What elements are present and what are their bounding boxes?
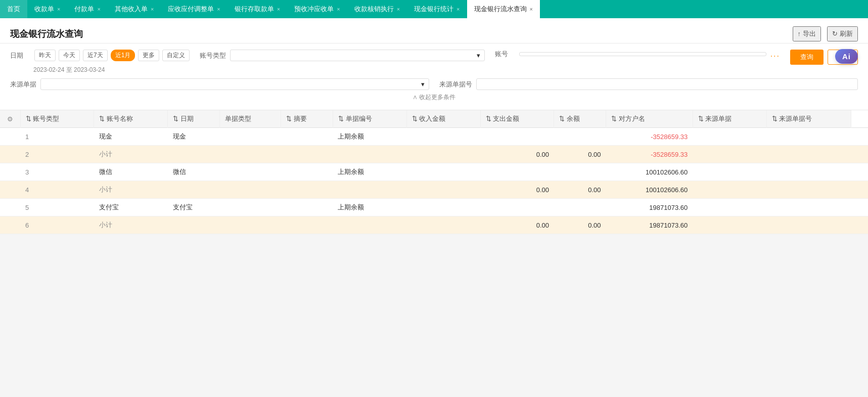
cell-expense: 0.00: [554, 146, 606, 163]
cell-summary: 上期余额: [333, 199, 406, 216]
data-table-container: ⚙ ⇅ 账号类型 ⇅ 账号名称 ⇅ 日期 单据类型 ⇅ 摘要 ⇅: [0, 110, 868, 234]
cell-num: 3: [20, 163, 94, 181]
table-row[interactable]: 4小计0.000.00100102606.60: [0, 181, 868, 199]
cell-row-gear: [0, 163, 20, 181]
nav-payment-label: 付款单: [74, 5, 94, 14]
cell-counterparty: [693, 181, 766, 199]
cell-row-gear: [0, 216, 20, 234]
date-btn-more[interactable]: 更多: [138, 50, 159, 61]
query-button[interactable]: 查询: [790, 50, 824, 65]
cell-summary: [333, 146, 406, 163]
nav-item-ar-ap-adjust[interactable]: 应收应付调整单 ×: [161, 0, 227, 18]
account-type-select[interactable]: ▾: [230, 50, 485, 61]
nav-item-cash-bank-stat[interactable]: 现金银行统计 ×: [407, 0, 467, 18]
collapse-bar[interactable]: ∧ 收起更多条件: [10, 90, 858, 104]
nav-bank-deposit-label: 银行存取款单: [235, 5, 274, 14]
nav-close-receipt[interactable]: ×: [57, 6, 60, 12]
source-doc-select[interactable]: ▾: [40, 78, 429, 90]
date-range-text: 2023-02-24 至 2023-03-24: [33, 66, 105, 73]
table-row[interactable]: 1现金现金上期余额-3528659.33: [0, 128, 868, 146]
nav-ar-ap-label: 应收应付调整单: [168, 5, 214, 14]
table-header-row: ⚙ ⇅ 账号类型 ⇅ 账号名称 ⇅ 日期 单据类型 ⇅ 摘要 ⇅: [0, 110, 868, 128]
cell-num: 1: [20, 128, 94, 146]
collapse-label: 收起更多条件: [419, 94, 455, 101]
gear-icon[interactable]: ⚙: [7, 115, 13, 123]
table-body: 1现金现金上期余额-3528659.332小计0.000.00-3528659.…: [0, 128, 868, 234]
source-doc-no-input[interactable]: [476, 78, 858, 90]
date-btn-custom[interactable]: 自定义: [162, 50, 190, 61]
cell-summary: [333, 216, 406, 234]
cell-summary: [333, 181, 406, 199]
nav-item-bank-deposit[interactable]: 银行存取款单 ×: [227, 0, 287, 18]
th-counterparty: ⇅ 对方户名: [606, 110, 693, 128]
nav-close-cash-stat[interactable]: ×: [456, 6, 460, 12]
nav-close-other-income[interactable]: ×: [151, 6, 154, 12]
nav-item-receipt[interactable]: 收款单 ×: [27, 0, 67, 18]
page-header: 现金银行流水查询 ↑ 导出 ↻ 刷新: [0, 18, 868, 43]
export-button[interactable]: ↑ 导出: [793, 26, 821, 41]
page-title: 现金银行流水查询: [10, 28, 83, 40]
cell-source-doc: [766, 181, 851, 199]
account-select[interactable]: [519, 52, 766, 56]
cell-balance: 19871073.60: [606, 216, 693, 234]
th-source-doc: ⇅ 来源单据: [693, 110, 766, 128]
cell-doc-type: [281, 163, 333, 181]
account-type-chevron: ▾: [477, 52, 480, 59]
table-row[interactable]: 5支付宝支付宝上期余额19871073.60: [0, 199, 868, 216]
cell-source-doc-no: [851, 163, 868, 181]
nav-close-bank-deposit[interactable]: ×: [277, 6, 280, 12]
nav-item-other-income[interactable]: 其他收入单 ×: [108, 0, 161, 18]
top-navigation: 首页 收款单 × 付款单 × 其他收入单 × 应收应付调整单 × 银行存取款单 …: [0, 0, 868, 18]
date-btn-7days[interactable]: 近7天: [83, 50, 108, 61]
table-row[interactable]: 6小计0.000.0019871073.60: [0, 216, 868, 234]
ai-badge[interactable]: Ai: [835, 49, 858, 64]
nav-item-payment[interactable]: 付款单 ×: [67, 0, 107, 18]
refresh-button[interactable]: ↻ 刷新: [827, 26, 858, 41]
nav-home-label: 首页: [7, 5, 20, 14]
nav-close-prepay[interactable]: ×: [337, 6, 340, 12]
th-doc-type: 单据类型: [219, 110, 281, 128]
cell-date: [219, 128, 281, 146]
cell-income: [480, 199, 554, 216]
th-income: ⇅ 收入金额: [406, 110, 480, 128]
nav-other-income-label: 其他收入单: [115, 5, 148, 14]
cell-row-gear: [0, 181, 20, 199]
cell-expense: [554, 128, 606, 146]
cell-source-doc-no: [851, 146, 868, 163]
th-settings[interactable]: ⚙: [0, 110, 20, 128]
cell-expense: [554, 199, 606, 216]
nav-item-home[interactable]: 首页: [0, 0, 27, 18]
cell-num: 2: [20, 146, 94, 163]
nav-close-collection[interactable]: ×: [397, 6, 400, 12]
cell-account-type: 微信: [94, 163, 168, 181]
cell-source-doc-no: [851, 216, 868, 234]
cell-income: [480, 163, 554, 181]
cell-date: [219, 199, 281, 216]
nav-close-ar-ap[interactable]: ×: [217, 6, 220, 12]
table-row[interactable]: 3微信微信上期余额100102606.60: [0, 163, 868, 181]
th-expense: ⇅ 支出金额: [480, 110, 554, 128]
nav-item-collection-verify[interactable]: 收款核销执行 ×: [347, 0, 407, 18]
nav-item-cash-bank-flow[interactable]: 现金银行流水查询 ×: [467, 0, 540, 18]
nav-close-payment[interactable]: ×: [97, 6, 100, 12]
th-summary: ⇅ 摘要: [281, 110, 333, 128]
cell-account-type: 小计: [94, 216, 168, 234]
cell-doc-type: [281, 181, 333, 199]
nav-collection-label: 收款核销执行: [354, 5, 394, 14]
cell-expense: 0.00: [554, 216, 606, 234]
cell-account-name: [168, 216, 220, 234]
th-doc-no: ⇅ 单据编号: [333, 110, 406, 128]
header-actions: ↑ 导出 ↻ 刷新: [793, 26, 858, 41]
nav-item-prepay-offset[interactable]: 预收冲应收单 ×: [287, 0, 347, 18]
date-btn-today[interactable]: 今天: [59, 50, 80, 61]
nav-close-cash-flow[interactable]: ×: [530, 6, 533, 12]
account-ellipsis-btn[interactable]: ...: [770, 50, 780, 59]
date-btn-yesterday[interactable]: 昨天: [34, 50, 56, 61]
filter-area: 日期 昨天 今天 近7天 近1月 更多 自定义 账号类型 ▾ 账号 ..: [0, 43, 868, 110]
table-row[interactable]: 2小计0.000.00-3528659.33: [0, 146, 868, 163]
th-balance: ⇅ 余额: [554, 110, 606, 128]
date-options: 昨天 今天 近7天 近1月 更多 自定义: [34, 50, 190, 61]
date-btn-1month[interactable]: 近1月: [111, 50, 135, 61]
cell-source-doc-no: [851, 199, 868, 216]
cell-account-name: 微信: [168, 163, 220, 181]
